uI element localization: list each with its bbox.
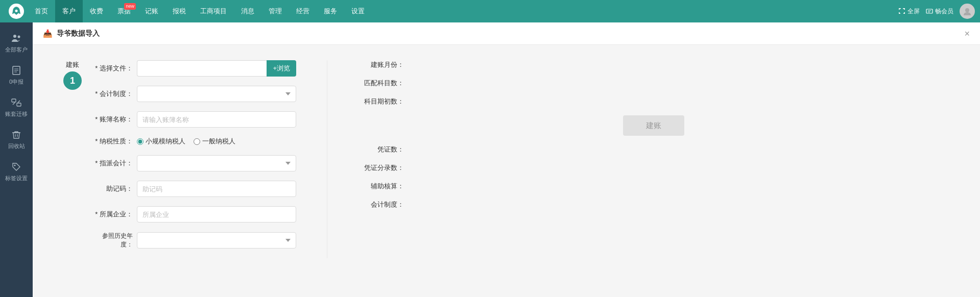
voucher-entries-row: 凭证分录数： <box>358 163 949 172</box>
ledger-name-input[interactable] <box>137 111 296 128</box>
ledger-name-row: * 账簿名称： <box>92 111 296 128</box>
step-circle: 1 <box>63 71 82 90</box>
svg-point-4 <box>18 36 20 38</box>
voucher-label: 凭证数： <box>358 145 404 154</box>
sidebar-item-recycle[interactable]: 回收站 <box>0 124 33 154</box>
trash-icon <box>11 129 22 140</box>
month-row: 建账月份： <box>358 60 949 69</box>
browse-button[interactable]: +浏览 <box>267 60 296 77</box>
svg-rect-1 <box>926 9 933 13</box>
form-left: * 选择文件： +浏览 * 会计制度： <box>92 60 296 258</box>
svg-rect-6 <box>12 99 16 102</box>
tax-type-row: * 纳税性质： 小规模纳税人 一般纳税人 <box>92 137 296 146</box>
form-step-1: 建账 1 * 选择文件： +浏览 <box>63 60 296 258</box>
accountant-row: * 指派会计： <box>92 155 296 171</box>
user-group-icon <box>11 33 22 44</box>
nav-message[interactable]: 消息 <box>234 0 261 22</box>
sidebar-item-all-customers[interactable]: 全部客户 <box>0 28 33 58</box>
history-year-row: 参照历史年度： <box>92 232 296 249</box>
period-label: 科目期初数： <box>358 97 404 106</box>
page-header: 📥 导爷数据导入 × <box>33 22 980 45</box>
build-btn-container: 建账 <box>358 115 949 136</box>
tax-type-radio-group: 小规模纳税人 一般纳税人 <box>137 137 235 146</box>
svg-point-8 <box>14 165 16 166</box>
step-indicator: 建账 1 <box>63 60 82 90</box>
nav-bookkeeping[interactable]: 记账 <box>138 0 165 22</box>
right-panel: 建账月份： 匹配科目数： 科目期初数： 建账 凭证数： <box>358 60 949 258</box>
memo-input[interactable] <box>137 181 296 197</box>
month-label: 建账月份： <box>358 60 404 69</box>
match-row: 匹配科目数： <box>358 79 949 88</box>
history-year-select[interactable] <box>137 232 296 249</box>
page-title: 导爷数据导入 <box>57 29 100 38</box>
voucher-entries-label: 凭证分录数： <box>358 163 404 172</box>
svg-point-3 <box>13 35 16 38</box>
fullscreen-btn[interactable]: 全屏 <box>898 7 920 16</box>
nav-right-area: 全屏 畅会员 <box>898 4 975 19</box>
auxiliary-row: 辅助核算： <box>358 182 949 191</box>
close-button[interactable]: × <box>964 29 970 39</box>
period-row: 科目期初数： <box>358 97 949 106</box>
top-navigation: 首页 客户 收费 票据 new 记账 报税 工商项目 消息 管理 经营 服务 设… <box>0 0 980 22</box>
sidebar-item-tag-settings[interactable]: 标签设置 <box>0 156 33 186</box>
memo-label: 助记码： <box>92 184 133 193</box>
sidebar: 全部客户 0申报 账套迁移 回收站 标签设置 <box>0 22 33 297</box>
accounting-system-label: * 会计制度： <box>92 89 133 98</box>
nav-manage[interactable]: 管理 <box>261 0 289 22</box>
accounting-label: 会计制度： <box>358 200 404 209</box>
content-area: 📥 导爷数据导入 × 建账 1 * 选择文件： <box>33 22 980 297</box>
tax-type-label: * 纳税性质： <box>92 137 133 146</box>
svg-point-2 <box>965 8 969 12</box>
tag-icon <box>11 161 22 172</box>
build-button[interactable]: 建账 <box>623 115 684 136</box>
sidebar-item-declaration[interactable]: 0申报 <box>0 60 33 90</box>
logo[interactable] <box>5 0 28 22</box>
sidebar-item-transfer[interactable]: 账套迁移 <box>0 92 33 122</box>
file-row: * 选择文件： +浏览 <box>92 60 296 77</box>
match-label: 匹配科目数： <box>358 79 404 88</box>
file-input-group: +浏览 <box>137 60 296 77</box>
ledger-name-label: * 账簿名称： <box>92 115 133 124</box>
section-divider <box>327 60 327 258</box>
company-label: * 所属企业： <box>92 210 133 219</box>
memo-row: 助记码： <box>92 181 296 197</box>
nav-customer[interactable]: 客户 <box>55 0 83 22</box>
svg-point-0 <box>15 10 18 12</box>
nav-menu: 首页 客户 收费 票据 new 记账 报税 工商项目 消息 管理 经营 服务 设… <box>28 0 898 22</box>
nav-operation[interactable]: 经营 <box>289 0 317 22</box>
transfer-icon <box>11 97 22 108</box>
avatar[interactable] <box>960 4 975 19</box>
nav-fee[interactable]: 收费 <box>83 0 110 22</box>
accounting-row: 会计制度： <box>358 200 949 209</box>
accountant-select[interactable] <box>137 155 296 171</box>
auxiliary-label: 辅助核算： <box>358 182 404 191</box>
file-icon <box>11 65 22 76</box>
general-taxpayer-option[interactable]: 一般纳税人 <box>194 137 235 146</box>
nav-tax[interactable]: 报税 <box>165 0 193 22</box>
accounting-system-row: * 会计制度： <box>92 86 296 102</box>
accountant-label: * 指派会计： <box>92 159 133 168</box>
file-input[interactable] <box>137 60 267 77</box>
nav-settings[interactable]: 设置 <box>344 0 372 22</box>
nav-service[interactable]: 服务 <box>317 0 344 22</box>
accounting-system-select[interactable] <box>137 86 296 102</box>
voucher-row: 凭证数： <box>358 145 949 154</box>
nav-home[interactable]: 首页 <box>28 0 55 22</box>
form-area: 建账 1 * 选择文件： +浏览 <box>33 45 980 274</box>
small-taxpayer-option[interactable]: 小规模纳税人 <box>137 137 185 146</box>
import-icon: 📥 <box>43 29 53 38</box>
file-label: * 选择文件： <box>92 64 133 73</box>
member-btn[interactable]: 畅会员 <box>926 7 953 16</box>
main-container: 全部客户 0申报 账套迁移 回收站 标签设置 <box>0 22 980 297</box>
svg-rect-7 <box>17 103 21 106</box>
nav-business[interactable]: 工商项目 <box>193 0 234 22</box>
company-input[interactable] <box>137 206 296 222</box>
new-badge: new <box>124 3 136 10</box>
history-year-label: 参照历史年度： <box>92 232 133 249</box>
company-row: * 所属企业： <box>92 206 296 222</box>
nav-invoice[interactable]: 票据 new <box>110 0 138 22</box>
